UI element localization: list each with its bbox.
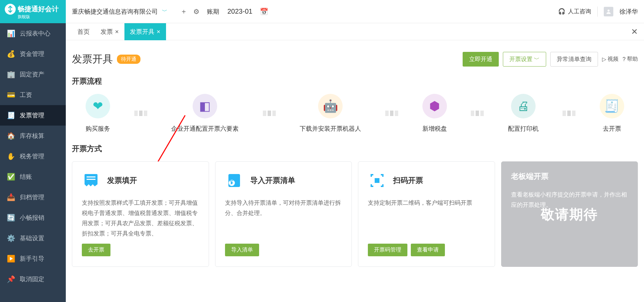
calendar-icon[interactable]: 📅 xyxy=(260,8,268,16)
card-import-list: 导入开票清单 支持导入待开票清单，可对待开票清单进行拆分、合并处理。 导入清单 xyxy=(215,161,352,267)
receipt-icon: 🧾 xyxy=(600,94,624,118)
scan-icon xyxy=(368,171,386,190)
logo-area: 畅捷通好会计 旗舰版 xyxy=(0,0,66,23)
tab-home[interactable]: 首页 xyxy=(72,23,95,40)
card-manual-invoice: 发票填开 支持按照发票样式手工填开发票；可开具增值税电子普通发票、增值税普通发票… xyxy=(72,161,209,267)
step-printer[interactable]: 🖨 配置打印机 xyxy=(508,94,539,133)
sidebar-item-salary[interactable]: 💳工资 xyxy=(0,85,66,105)
sidebar-item-invoice[interactable]: 🧾发票管理 xyxy=(0,105,66,126)
methods-section-title: 开票方式 xyxy=(72,144,638,154)
help-link[interactable]: ?帮助 xyxy=(623,56,638,63)
support-button[interactable]: 🎧 人工咨询 xyxy=(558,8,591,15)
printer-icon: 🖨 xyxy=(511,94,536,118)
flow-section: 开票流程 ❤ 购买服务 ◧ 企业开通配置开票六要素 🤖 下载并安装开票机器人 xyxy=(66,73,644,141)
coming-soon-overlay: 敬请期待 xyxy=(541,205,598,224)
play-icon: ▷ xyxy=(602,56,606,62)
logo-icon xyxy=(5,4,16,15)
step-separator xyxy=(562,111,576,116)
play-icon: ▶️ xyxy=(7,255,15,263)
step-purchase[interactable]: ❤ 购买服务 xyxy=(86,94,110,133)
step-download[interactable]: 🤖 下载并安装开票机器人 xyxy=(300,94,361,133)
sidebar-item-settings[interactable]: ⚙️基础设置 xyxy=(0,228,66,248)
sidebar-item-report-center[interactable]: 📊云报表中心 xyxy=(0,23,66,44)
avatar[interactable] xyxy=(604,7,613,16)
sidebar-item-tax[interactable]: ✋税务管理 xyxy=(0,146,66,167)
company-name: 重庆畅捷交通信息咨询有限公司 xyxy=(72,8,158,16)
pin-icon: 📌 xyxy=(7,275,15,283)
card-boss-invoice: 老板端开票 查看老板端小程序提交的开票申请，并作出相应的开票处理。 敬请期待 xyxy=(501,161,638,267)
card-description: 支持定制开票二维码，客户端可扫码开票 xyxy=(368,198,485,239)
flow-section-title: 开票流程 xyxy=(72,76,638,86)
username[interactable]: 徐泽华 xyxy=(619,8,638,16)
chart-icon: 📊 xyxy=(7,29,15,38)
close-icon[interactable]: ✕ xyxy=(115,29,119,34)
gear-icon: ⚙️ xyxy=(7,234,15,242)
card-title: 导入开票清单 xyxy=(250,175,295,186)
exception-list-button[interactable]: 异常清单查询 xyxy=(550,52,598,67)
step-separator xyxy=(134,111,148,116)
step-separator xyxy=(385,111,399,116)
manual-invoice-icon xyxy=(82,171,100,190)
tabs-bar: 首页 发票✕ 发票开具✕ ✕ xyxy=(66,23,644,40)
period-value[interactable]: 2023-01 xyxy=(227,8,252,15)
svg-rect-4 xyxy=(87,179,95,180)
logo-text: 畅捷通好会计 xyxy=(18,4,59,14)
step-separator xyxy=(263,111,276,116)
sidebar: 畅捷通好会计 旗舰版 📊云报表中心 💰资金管理 🏢固定资产 💳工资 🧾发票管理 … xyxy=(0,0,66,302)
sidebar-item-archive[interactable]: 📥归档管理 xyxy=(0,187,66,207)
settings-icon[interactable]: ⚙ xyxy=(193,8,199,16)
sidebar-item-unpin[interactable]: 📌取消固定 xyxy=(0,269,66,289)
headset-icon: 🎧 xyxy=(558,8,565,15)
import-list-button[interactable]: 导入清单 xyxy=(225,244,259,256)
sidebar-item-guide[interactable]: ▶️新手引导 xyxy=(0,248,66,269)
card-scan-invoice: 扫码开票 支持定制开票二维码，客户端可扫码开票 开票码管理 查看申请 xyxy=(358,161,495,267)
svg-rect-7 xyxy=(230,181,233,181)
step-tax-disk[interactable]: ⬢ 新增税盘 xyxy=(422,94,447,133)
video-link[interactable]: ▷视频 xyxy=(602,56,618,63)
tax-disk-icon: ⬢ xyxy=(422,94,447,118)
period-label: 账期 xyxy=(207,8,219,16)
sidebar-item-inventory[interactable]: 🏠库存核算 xyxy=(0,126,66,146)
topbar: 重庆畅捷交通信息咨询有限公司 ﹀ ＋ ⚙ 账期 2023-01 📅 🎧 人工咨询… xyxy=(66,0,644,23)
chevron-down-icon: ﹀ xyxy=(162,8,167,15)
card-description: 支持导入待开票清单，可对待开票清单进行拆分、合并处理。 xyxy=(225,198,342,239)
tab-invoice[interactable]: 发票✕ xyxy=(95,23,124,40)
invoice-settings-button[interactable]: 开票设置﹀ xyxy=(503,52,546,67)
go-invoice-button[interactable]: 去开票 xyxy=(82,244,110,256)
heart-icon: ❤ xyxy=(86,94,110,118)
view-apply-button[interactable]: 查看申请 xyxy=(411,244,445,256)
content-area: 发票开具 待开通 立即开通 开票设置﹀ 异常清单查询 ▷视频 ?帮助 开票流程 … xyxy=(66,40,644,302)
import-icon xyxy=(225,171,243,190)
sidebar-item-close-account[interactable]: ✅结账 xyxy=(0,167,66,187)
page-title: 发票开具 xyxy=(72,52,113,66)
tab-invoice-issue[interactable]: 发票开具✕ xyxy=(124,23,166,40)
inventory-icon: 🏠 xyxy=(7,132,15,140)
check-icon: ✅ xyxy=(7,173,15,181)
sidebar-item-fixed-assets[interactable]: 🏢固定资产 xyxy=(0,64,66,85)
chevron-down-icon: ﹀ xyxy=(534,55,540,63)
card-title: 发票填开 xyxy=(107,175,137,186)
close-all-tabs-button[interactable]: ✕ xyxy=(631,27,638,37)
svg-rect-3 xyxy=(87,176,95,177)
main-area: 重庆畅捷交通信息咨询有限公司 ﹀ ＋ ⚙ 账期 2023-01 📅 🎧 人工咨询… xyxy=(66,0,644,302)
methods-section: 开票方式 发票填开 支持按照发票样式手 xyxy=(66,141,644,275)
sidebar-item-reimburse[interactable]: 🔄小畅报销 xyxy=(0,207,66,228)
archive-icon: 📥 xyxy=(7,193,15,201)
status-badge: 待开通 xyxy=(117,55,140,64)
logo-subtitle: 旗舰版 xyxy=(18,14,66,20)
step-separator xyxy=(470,111,484,116)
close-icon[interactable]: ✕ xyxy=(156,29,161,34)
wallet-icon: ◧ xyxy=(193,94,217,118)
step-config[interactable]: ◧ 企业开通配置开票六要素 xyxy=(171,94,239,133)
add-company-button[interactable]: ＋ xyxy=(180,7,187,16)
sidebar-item-funds[interactable]: 💰资金管理 xyxy=(0,44,66,64)
building-icon: 🏢 xyxy=(7,70,15,78)
robot-icon: 🤖 xyxy=(318,94,343,118)
activate-button[interactable]: 立即开通 xyxy=(463,52,499,67)
svg-rect-8 xyxy=(375,178,379,183)
step-go-invoice[interactable]: 🧾 去开票 xyxy=(600,94,624,133)
card-description: 支持按照发票样式手工填开发票；可开具增值税电子普通发票、增值税普通发票、增值税专… xyxy=(82,198,199,239)
qr-manage-button[interactable]: 开票码管理 xyxy=(368,244,407,256)
card-title: 老板端开票 xyxy=(511,171,549,182)
company-selector[interactable]: 重庆畅捷交通信息咨询有限公司 ﹀ xyxy=(72,8,174,16)
